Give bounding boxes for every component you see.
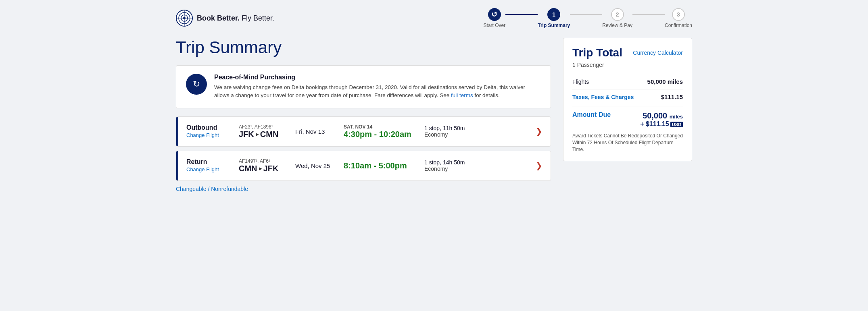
outbound-change-link[interactable]: Change Flight (186, 132, 219, 138)
page-title: Trip Summary (176, 38, 551, 57)
header: Book Better. Fly Better. ↺ Start Over 1 … (176, 8, 692, 28)
return-change-link[interactable]: Change Flight (186, 166, 219, 172)
outbound-time-label: SAT, NOV 14 (344, 124, 416, 130)
peace-body: We are waiving change fees on Delta book… (214, 83, 541, 100)
return-stops: 1 stop, 14h 50m (424, 159, 528, 166)
peace-content: Peace-of-Mind Purchasing We are waiving … (214, 74, 541, 100)
step-line-2 (570, 14, 602, 15)
return-expand-icon[interactable]: ❯ (536, 161, 542, 170)
step-trip-summary[interactable]: 1 Trip Summary (538, 8, 570, 28)
return-date: Wed, Nov 25 (295, 162, 336, 169)
step-start-over[interactable]: ↺ Start Over (484, 8, 506, 28)
amount-due-section: Amount Due 50,000 miles + $111.15USD Awa… (572, 106, 683, 153)
amount-due-value: 50,000 miles + $111.15USD (640, 111, 683, 128)
outbound-flight-card: Outbound Change Flight AF23¹, AF1896¹ JF… (176, 116, 551, 147)
return-label: Return (186, 158, 231, 166)
return-cabin: Economy (424, 166, 528, 172)
return-flight-nums: AF1497¹, AF6¹ (239, 158, 287, 164)
trip-total-box: Trip Total Currency Calculator 1 Passeng… (563, 38, 692, 161)
trip-total-header: Trip Total Currency Calculator (572, 46, 683, 59)
review-pay-label: Review & Pay (602, 23, 632, 28)
peace-icon: ↻ (186, 74, 207, 95)
step-confirmation[interactable]: 3 Confirmation (665, 8, 692, 28)
return-route: AF1497¹, AF6¹ CMN ▸ JFK (239, 158, 287, 173)
logo-area: Book Better. Fly Better. (176, 10, 274, 27)
return-time-range: 8:10am - 5:00pm (344, 161, 416, 170)
return-flight-inner: Return Change Flight AF1497¹, AF6¹ CMN ▸… (176, 151, 551, 180)
flights-price-row: Flights 50,000 miles (572, 74, 683, 89)
trip-summary-label: Trip Summary (538, 23, 570, 28)
outbound-arrow: ▸ (256, 131, 259, 137)
return-flight-card: Return Change Flight AF1497¹, AF6¹ CMN ▸… (176, 151, 551, 181)
outbound-stops: 1 stop, 11h 50m (424, 125, 528, 131)
peace-of-mind-box: ↻ Peace-of-Mind Purchasing We are waivin… (176, 65, 551, 108)
taxes-value: $111.15 (661, 93, 683, 100)
logo-text: Book Better. Fly Better. (197, 14, 274, 23)
return-route-display: CMN ▸ JFK (239, 164, 287, 173)
return-direction: Return Change Flight (186, 158, 231, 173)
step-review-pay[interactable]: 2 Review & Pay (602, 8, 632, 28)
award-notice: Award Tickets Cannot Be Redeposited Or C… (572, 133, 683, 153)
changeable-note: Changeable / Nonrefundable (176, 186, 551, 192)
return-arrow: ▸ (259, 165, 262, 172)
left-panel: Trip Summary ↻ Peace-of-Mind Purchasing … (176, 38, 551, 192)
step-line-3 (632, 14, 665, 15)
outbound-label: Outbound (186, 124, 231, 131)
outbound-route-display: JFK ▸ CMN (239, 130, 287, 139)
flights-label: Flights (572, 79, 589, 85)
miles-word: miles (670, 114, 683, 120)
passengers-label: 1 Passenger (572, 62, 683, 68)
return-time: 8:10am - 5:00pm (344, 161, 416, 170)
outbound-expand-icon[interactable]: ❯ (536, 126, 542, 136)
right-panel: Trip Total Currency Calculator 1 Passeng… (563, 38, 692, 161)
outbound-direction: Outbound Change Flight (186, 124, 231, 139)
amount-due-row: Amount Due 50,000 miles + $111.15USD (572, 111, 683, 128)
trip-summary-circle: 1 (547, 8, 560, 21)
flights-value: 50,000 miles (647, 78, 683, 85)
outbound-route: AF23¹, AF1896¹ JFK ▸ CMN (239, 124, 287, 139)
usd-word: USD (670, 122, 683, 127)
progress-steps: ↺ Start Over 1 Trip Summary 2 Review & P… (484, 8, 692, 28)
outbound-flight-nums: AF23¹, AF1896¹ (239, 124, 287, 130)
review-pay-circle: 2 (611, 8, 624, 21)
outbound-info: 1 stop, 11h 50m Economy (424, 125, 528, 138)
taxes-label: Taxes, Fees & Charges (572, 94, 634, 100)
trip-total-title: Trip Total (572, 46, 622, 59)
outbound-time: SAT, NOV 14 4:30pm - 10:20am (344, 124, 416, 139)
confirmation-label: Confirmation (665, 23, 692, 28)
full-terms-link[interactable]: full terms (451, 92, 473, 98)
amount-due-usd: + $111.15USD (640, 120, 683, 128)
start-over-label: Start Over (484, 23, 506, 28)
step-line-1 (505, 14, 538, 15)
amount-due-miles: 50,000 miles (640, 111, 683, 120)
currency-calculator-link[interactable]: Currency Calculator (633, 50, 683, 56)
outbound-flight-inner: Outbound Change Flight AF23¹, AF1896¹ JF… (176, 117, 551, 146)
outbound-time-range: 4:30pm - 10:20am (344, 130, 416, 139)
start-over-circle: ↺ (488, 8, 501, 21)
confirmation-circle: 3 (672, 8, 685, 21)
peace-title: Peace-of-Mind Purchasing (214, 74, 541, 81)
outbound-cabin: Economy (424, 131, 528, 138)
taxes-price-row: Taxes, Fees & Charges $111.15 (572, 89, 683, 104)
return-info: 1 stop, 14h 50m Economy (424, 159, 528, 172)
main-layout: Trip Summary ↻ Peace-of-Mind Purchasing … (176, 38, 692, 192)
amount-due-label: Amount Due (572, 111, 611, 118)
logo-icon (176, 10, 193, 27)
outbound-date: Fri, Nov 13 (295, 128, 336, 135)
